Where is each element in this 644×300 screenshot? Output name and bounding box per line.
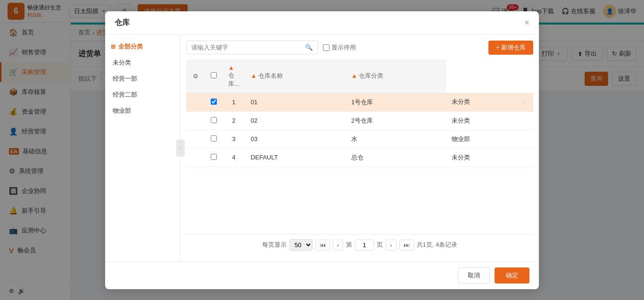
- grid-icon: ⊞: [111, 43, 116, 50]
- gear-icon: ⚙: [193, 73, 198, 80]
- prev-page-btn[interactable]: ‹: [333, 240, 343, 250]
- per-page-select[interactable]: 50: [289, 239, 313, 251]
- row-category-2: 物业部: [446, 130, 514, 148]
- row-code-2: 03: [245, 130, 346, 148]
- next-page-btn[interactable]: ›: [386, 240, 396, 250]
- search-button[interactable]: 🔍: [300, 41, 318, 54]
- category-unclassified[interactable]: 未分类: [105, 55, 180, 71]
- collapse-panel-btn[interactable]: ‹: [176, 140, 185, 157]
- modal-title: 仓库: [115, 18, 130, 28]
- warehouse-table-wrap: ⚙ ▲ 仓库... ▲: [186, 59, 533, 234]
- row-name-1: 2号仓库: [346, 111, 446, 130]
- row-num-0: 1: [223, 93, 245, 111]
- category-property[interactable]: 物业部: [105, 103, 180, 119]
- row-actions-3[interactable]: [514, 148, 533, 167]
- modal-header: 仓库 ×: [105, 11, 539, 35]
- table-row[interactable]: 4 DEFAULT 总仓 未分类: [186, 148, 533, 167]
- category-panel: ‹ ⊞ 全部分类 未分类 经营一部 经营二部 物业部: [105, 35, 181, 261]
- table-header-row: ⚙ ▲ 仓库... ▲: [186, 59, 533, 93]
- row-actions-1[interactable]: [514, 111, 533, 130]
- row-gear-0: [186, 93, 205, 111]
- sort-icon2: ▲: [251, 72, 257, 79]
- add-warehouse-btn[interactable]: + 新增仓库: [488, 41, 533, 55]
- select-all-checkbox[interactable]: [211, 72, 217, 78]
- table-row[interactable]: 3 03 水 物业部: [186, 130, 533, 148]
- row-name-0: 1号仓库: [346, 93, 446, 111]
- right-toolbar: 🔍 显示停用 + 新增仓库: [186, 41, 533, 55]
- row-category-0: 未分类: [446, 93, 514, 111]
- category-ops1[interactable]: 经营一部: [105, 71, 180, 87]
- row-check-1[interactable]: [205, 111, 223, 130]
- row-actions-0[interactable]: ···: [514, 93, 533, 111]
- row-num-2: 3: [223, 130, 245, 148]
- sort-icon: ▲: [228, 64, 234, 71]
- row-code-3: DEFAULT: [245, 148, 346, 167]
- show-disabled-checkbox[interactable]: [323, 44, 330, 51]
- row-gear-3: [186, 148, 205, 167]
- sort-icon3: ▲: [351, 72, 357, 79]
- row-num-3: 4: [223, 148, 245, 167]
- cancel-btn[interactable]: 取消: [458, 267, 490, 283]
- row-check-2[interactable]: [205, 130, 223, 148]
- warehouse-modal: 仓库 × ‹ ⊞ 全部分类 未分类 经营一部 经营二部 物业部: [105, 11, 539, 289]
- col-check-header: [205, 59, 223, 93]
- row-gear-1: [186, 111, 205, 130]
- col-name-header: ▲ 仓库名称: [245, 59, 346, 93]
- modal-overlay: 仓库 × ‹ ⊞ 全部分类 未分类 经营一部 经营二部 物业部: [0, 0, 644, 300]
- row-name-3: 总仓: [346, 148, 446, 167]
- table-row[interactable]: 1 01 1号仓库 未分类 ···: [186, 93, 533, 111]
- search-icon: 🔍: [305, 44, 313, 51]
- row-name-2: 水: [346, 130, 446, 148]
- first-page-btn[interactable]: ⏮: [315, 240, 330, 250]
- page-input[interactable]: [355, 240, 374, 250]
- last-page-btn[interactable]: ⏭: [399, 240, 414, 250]
- row-check-0[interactable]: [205, 93, 223, 111]
- row-num-1: 2: [223, 111, 245, 130]
- show-disabled-toggle: 显示停用: [323, 43, 356, 52]
- modal-body: ‹ ⊞ 全部分类 未分类 经营一部 经营二部 物业部 🔍: [105, 35, 539, 261]
- warehouse-table: ⚙ ▲ 仓库... ▲: [186, 59, 533, 167]
- col-gear-header: ⚙: [186, 59, 205, 93]
- row-category-3: 未分类: [446, 148, 514, 167]
- table-body: 1 01 1号仓库 未分类 ··· 2 02 2号仓库 未分类 3 03 水 物…: [186, 93, 533, 167]
- pagination: 每页显示 50 ⏮ ‹ 第 页 › ⏭ 共1页, 4条记录: [186, 234, 533, 256]
- row-category-1: 未分类: [446, 111, 514, 130]
- search-box: 🔍: [186, 41, 318, 54]
- category-all[interactable]: ⊞ 全部分类: [105, 39, 180, 55]
- row-actions-2[interactable]: [514, 130, 533, 148]
- table-row[interactable]: 2 02 2号仓库 未分类: [186, 111, 533, 130]
- row-code-0: 01: [245, 93, 346, 111]
- col-category-header: ▲ 仓库分类: [346, 59, 446, 93]
- col-code-header: ▲ 仓库...: [223, 59, 245, 93]
- data-panel: 🔍 显示停用 + 新增仓库 ⚙: [181, 35, 539, 261]
- modal-close-btn[interactable]: ×: [524, 18, 529, 28]
- row-check-3[interactable]: [205, 148, 223, 167]
- category-ops2[interactable]: 经营二部: [105, 87, 180, 103]
- search-input[interactable]: [187, 41, 300, 54]
- modal-footer: 取消 确定: [105, 261, 539, 289]
- row-code-1: 02: [245, 111, 346, 130]
- row-gear-2: [186, 130, 205, 148]
- confirm-btn[interactable]: 确定: [495, 267, 529, 283]
